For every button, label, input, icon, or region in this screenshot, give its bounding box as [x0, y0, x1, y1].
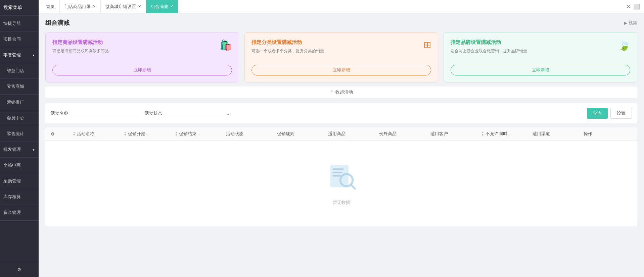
product-card-icon: 🛍️	[220, 39, 232, 51]
chevron-up-icon: ▲	[32, 53, 35, 57]
tab-wechat-store[interactable]: 微商城店铺设置 ✕	[101, 0, 146, 13]
svg-line-5	[351, 184, 355, 189]
sidebar-search[interactable]: 搜索菜单	[0, 0, 39, 16]
sidebar-item-quick-nav[interactable]: 快捷导航	[0, 16, 39, 32]
sidebar-item-purchase-mgmt[interactable]: 采购管理	[0, 173, 39, 189]
empty-state: 暂无数据	[45, 141, 637, 226]
svg-rect-3	[332, 175, 341, 176]
close-window-button[interactable]: ✕	[626, 3, 631, 10]
activity-status-select[interactable]: 进行中 已结束 未开始	[165, 110, 232, 117]
col-promo-start: ▲▼ 促销开始...	[123, 131, 174, 137]
empty-icon	[325, 161, 358, 194]
product-card-title: 指定商品设置满减活动	[52, 39, 232, 46]
main-area: 首页 门店商品目录 ✕ 微商城店铺设置 ✕ 组合满减 ✕ ✕ ⬜ 组合满减	[39, 0, 644, 277]
category-card-icon: ⊞	[423, 39, 431, 50]
tab-bar: 首页 门店商品目录 ✕ 微商城店铺设置 ✕ 组合满减 ✕ ✕ ⬜	[39, 0, 644, 13]
svg-rect-2	[332, 172, 342, 173]
sidebar-settings-button[interactable]: ⚙	[0, 262, 39, 277]
tab-home[interactable]: 首页	[41, 0, 60, 13]
col-promo-rule: 促销规则	[276, 131, 327, 137]
activity-status-select-wrapper: 进行中 已结束 未开始	[165, 110, 232, 117]
collapse-label: 收起活动	[335, 89, 353, 95]
col-activity-status: 活动状态	[225, 131, 276, 137]
close-tab-store-catalog[interactable]: ✕	[93, 4, 96, 9]
brand-card-btn[interactable]: 立即新增	[451, 65, 630, 75]
col-applicable-goods: 适用商品	[327, 131, 378, 137]
sidebar: 搜索菜单 快捷导航 项目合同 零售管理 ▲ 智慧门店 零售商城 营销推广 会员中…	[0, 0, 39, 277]
table-header: ⚙ ▲▼ 活动名称 ▲▼ 促销开始... ▲▼ 促销结束... 活动状态	[45, 127, 637, 141]
sidebar-item-project-contract[interactable]: 项目合同	[0, 32, 39, 47]
sidebar-item-smart-store[interactable]: 智慧门店	[0, 63, 39, 79]
empty-text: 暂无数据	[333, 200, 350, 206]
filter-buttons: 查询 设置	[587, 108, 632, 119]
col-promo-end: ▲▼ 促销结束...	[174, 131, 225, 137]
col-applicable-customer: 适用客户	[429, 131, 480, 137]
settings-button[interactable]: 设置	[610, 108, 632, 119]
tab-store-catalog[interactable]: 门店商品目录 ✕	[60, 0, 101, 13]
settings-icon: ⚙	[51, 131, 55, 136]
sort-arrows-activity-name[interactable]: ▲▼	[73, 131, 76, 136]
brand-card-title: 指定品牌设置满减活动	[451, 39, 630, 46]
col-settings[interactable]: ⚙	[49, 131, 72, 136]
filter-activity-name: 活动名称	[51, 110, 138, 117]
brand-card-icon: 🍃	[618, 39, 630, 51]
page-header: 组合满减 ▶ 视频	[45, 19, 637, 27]
sidebar-item-member-center[interactable]: 会员中心	[0, 110, 39, 126]
collapse-bar[interactable]: ⌃ 收起活动	[45, 87, 637, 98]
col-exception-goods: 例外商品	[378, 131, 429, 137]
col-activity-name: ▲▼ 活动名称	[72, 131, 123, 137]
sidebar-item-marketing[interactable]: 营销推广	[0, 95, 39, 110]
page-title: 组合满减	[45, 19, 70, 27]
collapse-icon: ⌃	[330, 90, 333, 95]
product-card-btn[interactable]: 立即新增	[52, 65, 232, 75]
table-container: ⚙ ▲▼ 活动名称 ▲▼ 促销开始... ▲▼ 促销结束... 活动状态	[45, 127, 637, 226]
category-card: 指定分类设置满减活动 可选一个或者多个分类，提升分类的销量 ⊞ 立即新增	[244, 32, 438, 82]
close-tab-wechat-store[interactable]: ✕	[138, 4, 141, 9]
svg-rect-1	[332, 168, 343, 170]
sort-arrows-no-concurrent[interactable]: ▲▼	[481, 131, 484, 136]
tab-combo-discount[interactable]: 组合满减 ✕	[146, 0, 178, 13]
sidebar-item-retail-mgmt[interactable]: 零售管理 ▲	[0, 47, 39, 63]
activity-status-label: 活动状态	[145, 110, 162, 116]
close-tab-combo-discount[interactable]: ✕	[170, 4, 173, 9]
cards-row: 指定商品设置满减活动 可指定滞销商品或库存较多商品 🛍️ 立即新增 指定分类设置…	[45, 32, 637, 82]
filter-row: 活动名称 活动状态 进行中 已结束 未开始 查询 设置	[45, 103, 637, 123]
tab-bar-left: 首页 门店商品目录 ✕ 微商城店铺设置 ✕ 组合满减 ✕	[41, 0, 178, 13]
sort-arrows-promo-start[interactable]: ▲▼	[124, 131, 127, 136]
tab-bar-right: ✕ ⬜	[626, 3, 641, 10]
col-no-concurrent: ▲▼ 不允许同时...	[480, 131, 531, 137]
activity-name-label: 活动名称	[51, 110, 68, 116]
sidebar-item-retail-mall[interactable]: 零售商城	[0, 79, 39, 95]
sidebar-item-fund-mgmt[interactable]: 资金管理	[0, 205, 39, 221]
filter-activity-status: 活动状态 进行中 已结束 未开始	[145, 110, 232, 117]
sidebar-item-inventory-calc[interactable]: 库存核算	[0, 189, 39, 205]
sort-arrows-promo-end[interactable]: ▲▼	[175, 131, 178, 136]
video-link[interactable]: ▶ 视频	[624, 20, 637, 26]
sidebar-item-retail-stats[interactable]: 零售统计	[0, 126, 39, 142]
query-button[interactable]: 查询	[587, 108, 608, 119]
sidebar-item-wholesale-mgmt[interactable]: 批发管理 ▼	[0, 142, 39, 158]
brand-card: 指定品牌设置满减活动 适合与上游企业联合做营销，提升品牌销量 🍃 立即新增	[444, 32, 637, 82]
product-card: 指定商品设置满减活动 可指定滞销商品或库存较多商品 🛍️ 立即新增	[45, 32, 239, 82]
category-card-title: 指定分类设置满减活动	[251, 39, 431, 46]
col-applicable-channel: 适用渠道	[531, 131, 582, 137]
sidebar-item-xiaochang[interactable]: 小畅电商	[0, 158, 39, 173]
col-operation: 操作	[582, 131, 633, 137]
play-icon: ▶	[624, 20, 627, 25]
product-card-desc: 可指定滞销商品或库存较多商品	[52, 48, 232, 54]
category-card-desc: 可选一个或者多个分类，提升分类的销量	[251, 48, 431, 54]
maximize-window-button[interactable]: ⬜	[633, 3, 640, 10]
activity-name-input[interactable]	[71, 110, 138, 117]
category-card-btn[interactable]: 立即新增	[251, 65, 431, 75]
content-area: 组合满减 ▶ 视频 指定商品设置满减活动 可指定滞销商品或库存较多商品 🛍️ 立…	[39, 13, 644, 277]
chevron-down-icon: ▼	[32, 148, 35, 152]
brand-card-desc: 适合与上游企业联合做营销，提升品牌销量	[451, 48, 630, 54]
